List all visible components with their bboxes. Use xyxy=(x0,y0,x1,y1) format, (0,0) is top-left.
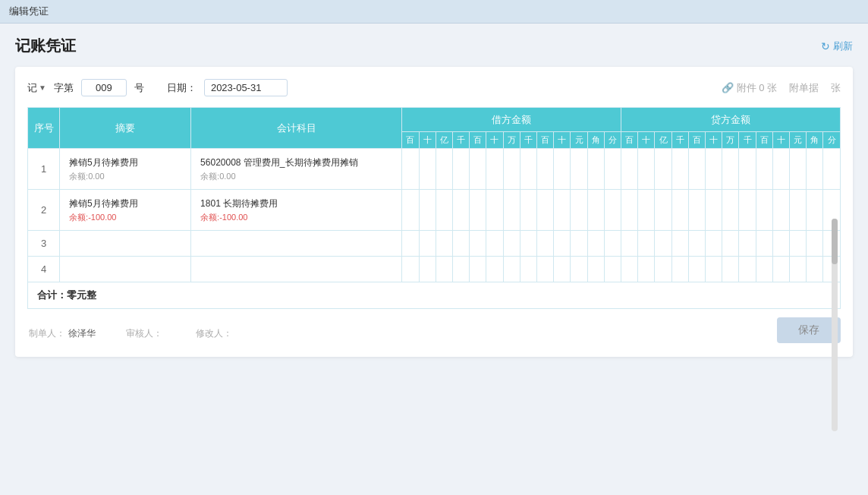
credit-digit-0[interactable] xyxy=(621,149,638,190)
scrollbar-thumb[interactable] xyxy=(832,219,838,264)
credit-digit-9[interactable] xyxy=(772,149,789,190)
credit-digit-1[interactable] xyxy=(638,149,655,190)
debit-digit-12[interactable] xyxy=(604,257,621,282)
credit-digit-3[interactable] xyxy=(671,257,688,282)
credit-digit-11[interactable] xyxy=(807,149,823,190)
credit-digit-5[interactable] xyxy=(706,231,722,257)
debit-digit-10[interactable] xyxy=(571,190,587,231)
credit-digit-4[interactable] xyxy=(688,149,705,190)
debit-digit-7[interactable] xyxy=(520,149,536,190)
debit-digit-2[interactable] xyxy=(436,257,452,282)
row-account[interactable] xyxy=(191,231,402,257)
credit-digit-5[interactable] xyxy=(706,190,722,231)
debit-digit-1[interactable] xyxy=(419,149,436,190)
credit-digit-6[interactable] xyxy=(722,149,739,190)
debit-digit-7[interactable] xyxy=(520,190,536,231)
debit-digit-4[interactable] xyxy=(470,190,486,231)
credit-digit-4[interactable] xyxy=(688,257,705,282)
debit-digit-6[interactable] xyxy=(503,257,520,282)
debit-digit-0[interactable] xyxy=(402,190,419,231)
debit-digit-1[interactable] xyxy=(419,231,436,257)
debit-digit-3[interactable] xyxy=(452,231,469,257)
credit-digit-9[interactable] xyxy=(772,190,789,231)
credit-digit-3[interactable] xyxy=(671,149,688,190)
credit-digit-8[interactable] xyxy=(756,257,772,282)
debit-digit-10[interactable] xyxy=(571,231,587,257)
debit-digit-9[interactable] xyxy=(554,149,571,190)
debit-digit-11[interactable] xyxy=(587,231,604,257)
debit-digit-5[interactable] xyxy=(486,149,503,190)
refresh-button[interactable]: ↻ 刷新 xyxy=(821,39,853,53)
debit-digit-10[interactable] xyxy=(571,149,587,190)
credit-digit-1[interactable] xyxy=(638,257,655,282)
row-summary[interactable]: 摊销5月待摊费用余额:-100.00 xyxy=(60,190,191,231)
debit-digit-6[interactable] xyxy=(503,231,520,257)
voucher-number-input[interactable] xyxy=(81,79,127,96)
credit-digit-0[interactable] xyxy=(621,257,638,282)
credit-digit-4[interactable] xyxy=(688,231,705,257)
debit-digit-1[interactable] xyxy=(419,257,436,282)
credit-digit-2[interactable] xyxy=(655,149,671,190)
row-account[interactable] xyxy=(191,257,402,282)
debit-digit-4[interactable] xyxy=(470,257,486,282)
debit-digit-5[interactable] xyxy=(486,231,503,257)
debit-digit-5[interactable] xyxy=(486,190,503,231)
credit-digit-4[interactable] xyxy=(688,190,705,231)
debit-digit-9[interactable] xyxy=(554,190,571,231)
ji-dropdown[interactable]: 记 ▼ xyxy=(27,81,46,95)
date-input[interactable] xyxy=(204,79,288,96)
credit-digit-10[interactable] xyxy=(790,190,807,231)
credit-digit-6[interactable] xyxy=(722,257,739,282)
debit-digit-2[interactable] xyxy=(436,231,452,257)
debit-digit-8[interactable] xyxy=(537,257,554,282)
credit-digit-12[interactable] xyxy=(823,149,841,190)
credit-digit-7[interactable] xyxy=(739,231,756,257)
credit-digit-3[interactable] xyxy=(671,231,688,257)
debit-digit-4[interactable] xyxy=(470,149,486,190)
debit-digit-0[interactable] xyxy=(402,149,419,190)
debit-digit-3[interactable] xyxy=(452,190,469,231)
debit-digit-1[interactable] xyxy=(419,190,436,231)
debit-digit-11[interactable] xyxy=(587,257,604,282)
debit-digit-8[interactable] xyxy=(537,190,554,231)
debit-digit-7[interactable] xyxy=(520,231,536,257)
row-summary[interactable] xyxy=(60,231,191,257)
debit-digit-9[interactable] xyxy=(554,257,571,282)
table-row[interactable]: 1摊销5月待摊费用余额:0.0056020008 管理费用_长期待摊费用摊销余额… xyxy=(28,149,841,190)
debit-digit-11[interactable] xyxy=(587,149,604,190)
credit-digit-7[interactable] xyxy=(739,190,756,231)
credit-digit-7[interactable] xyxy=(739,149,756,190)
credit-digit-2[interactable] xyxy=(655,257,671,282)
debit-digit-2[interactable] xyxy=(436,149,452,190)
credit-digit-10[interactable] xyxy=(790,149,807,190)
debit-digit-12[interactable] xyxy=(604,149,621,190)
debit-digit-8[interactable] xyxy=(537,231,554,257)
row-summary[interactable] xyxy=(60,257,191,282)
credit-digit-6[interactable] xyxy=(722,190,739,231)
debit-digit-11[interactable] xyxy=(587,190,604,231)
debit-digit-3[interactable] xyxy=(452,149,469,190)
credit-digit-9[interactable] xyxy=(772,231,789,257)
debit-digit-2[interactable] xyxy=(436,190,452,231)
credit-digit-3[interactable] xyxy=(671,190,688,231)
credit-digit-10[interactable] xyxy=(790,257,807,282)
credit-digit-0[interactable] xyxy=(621,190,638,231)
credit-digit-5[interactable] xyxy=(706,149,722,190)
credit-digit-11[interactable] xyxy=(807,190,823,231)
row-account[interactable]: 56020008 管理费用_长期待摊费用摊销余额:0.00 xyxy=(191,149,402,190)
debit-digit-3[interactable] xyxy=(452,257,469,282)
debit-digit-0[interactable] xyxy=(402,257,419,282)
credit-digit-8[interactable] xyxy=(756,149,772,190)
table-row[interactable]: 2摊销5月待摊费用余额:-100.001801 长期待摊费用余额:-100.00 xyxy=(28,190,841,231)
credit-digit-6[interactable] xyxy=(722,231,739,257)
debit-digit-6[interactable] xyxy=(503,190,520,231)
credit-digit-10[interactable] xyxy=(790,231,807,257)
credit-digit-1[interactable] xyxy=(638,231,655,257)
credit-digit-11[interactable] xyxy=(807,257,823,282)
debit-digit-7[interactable] xyxy=(520,257,536,282)
attach-single-label[interactable]: 附单据 xyxy=(789,81,819,95)
debit-digit-8[interactable] xyxy=(537,149,554,190)
table-row[interactable]: 3 xyxy=(28,231,841,257)
credit-digit-9[interactable] xyxy=(772,257,789,282)
debit-digit-0[interactable] xyxy=(402,231,419,257)
